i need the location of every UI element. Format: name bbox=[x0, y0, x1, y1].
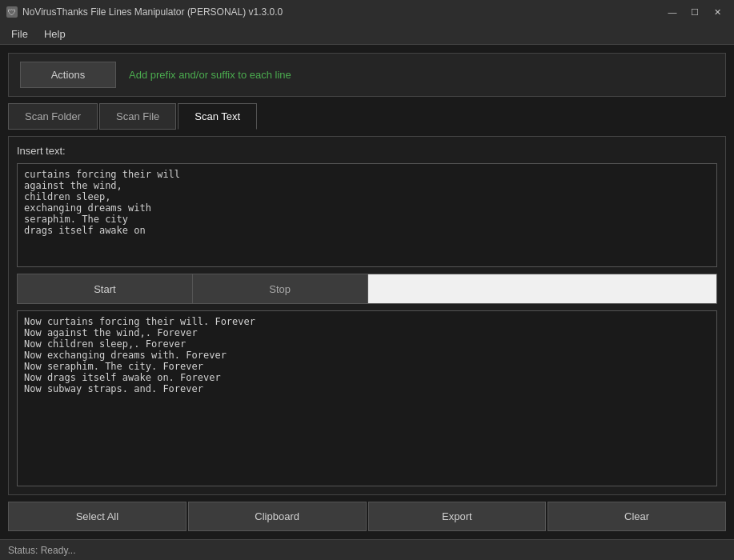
action-buttons-row: Start Stop bbox=[17, 274, 717, 304]
tabs-container: Scan Folder Scan File Scan Text bbox=[8, 103, 726, 130]
stop-button[interactable]: Stop bbox=[193, 274, 368, 304]
actions-section: Actions Add prefix and/or suffix to each… bbox=[8, 53, 726, 97]
output-area-container bbox=[17, 310, 717, 486]
input-textarea[interactable] bbox=[17, 163, 717, 267]
start-button[interactable]: Start bbox=[17, 274, 193, 304]
menu-bar: File Help bbox=[0, 24, 734, 45]
input-text-container bbox=[17, 163, 717, 267]
status-bar: Status: Ready... bbox=[0, 539, 734, 560]
close-button[interactable]: ✕ bbox=[707, 4, 728, 20]
export-button[interactable]: Export bbox=[368, 502, 547, 531]
title-bar: 🛡 NoVirusThanks File Lines Manipulator (… bbox=[0, 0, 734, 24]
title-bar-text: NoVirusThanks File Lines Manipulator (PE… bbox=[22, 6, 283, 18]
bottom-buttons: Select All Clipboard Export Clear bbox=[8, 502, 726, 531]
main-content: Actions Add prefix and/or suffix to each… bbox=[0, 45, 734, 539]
status-text: Status: Ready... bbox=[8, 545, 76, 556]
select-all-button[interactable]: Select All bbox=[8, 502, 187, 531]
minimize-button[interactable]: — bbox=[662, 4, 683, 20]
output-textarea[interactable] bbox=[17, 310, 717, 486]
actions-description: Add prefix and/or suffix to each line bbox=[129, 69, 291, 81]
title-bar-controls: — ☐ ✕ bbox=[662, 4, 728, 20]
file-menu[interactable]: File bbox=[3, 26, 36, 42]
tab-scan-text[interactable]: Scan Text bbox=[178, 103, 257, 130]
title-bar-left: 🛡 NoVirusThanks File Lines Manipulator (… bbox=[6, 6, 283, 18]
app-icon: 🛡 bbox=[6, 6, 18, 18]
clipboard-button[interactable]: Clipboard bbox=[188, 502, 367, 531]
tab-scan-file[interactable]: Scan File bbox=[99, 103, 176, 130]
actions-button[interactable]: Actions bbox=[20, 62, 116, 88]
progress-bar bbox=[368, 274, 718, 304]
insert-label: Insert text: bbox=[17, 145, 717, 157]
scan-text-panel: Insert text: Start Stop bbox=[8, 136, 726, 495]
tab-scan-folder[interactable]: Scan Folder bbox=[8, 103, 98, 130]
clear-button[interactable]: Clear bbox=[547, 502, 726, 531]
help-menu[interactable]: Help bbox=[36, 26, 74, 42]
maximize-button[interactable]: ☐ bbox=[684, 4, 705, 20]
